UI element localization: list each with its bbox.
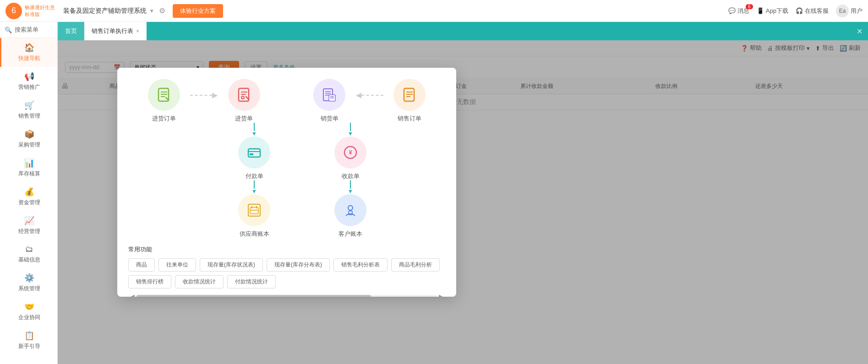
flow-item-sales-order: 销售订单 [383, 79, 436, 123]
popup-overlay: 进货订单 ▶ [58, 40, 868, 364]
flow-circle-payment [238, 136, 270, 168]
logo-area: 6 畅康通好生意 标准版 [5, 3, 63, 19]
flow-label-receipt: 收款单 [342, 172, 360, 180]
v-arrow-payment: ▼ [224, 180, 284, 194]
message-badge: 6 [746, 4, 753, 9]
func-btn-product-gross[interactable]: 商品毛利分析 [391, 258, 440, 272]
flow-label-customer: 客户账本 [338, 230, 362, 238]
sidebar: 🔍 搜索菜单 🏠 快捷导航 📢 营销推广 🛒 销售管理 📦 采购管理 📊 [0, 22, 58, 364]
search-icon: 🔍 [5, 27, 12, 33]
sidebar-item-inventory[interactable]: 📊 库存核算 [0, 153, 57, 182]
logo-icon: 6 [5, 3, 22, 19]
flow-label-payment: 付款单 [246, 172, 263, 180]
sidebar-item-purchase[interactable]: 📦 采购管理 [0, 125, 57, 153]
marketing-icon: 📢 [24, 71, 34, 81]
sidebar-item-operation[interactable]: 📈 经营管理 [0, 211, 57, 240]
sidebar-item-cooperation[interactable]: 🤝 企业协同 [0, 297, 57, 326]
tab-home[interactable]: 首页 [58, 22, 84, 40]
avatar: Ea [836, 5, 849, 17]
tab-close-icon[interactable]: × [136, 28, 139, 34]
svg-rect-21 [250, 153, 253, 155]
sidebar-item-sales[interactable]: 🛒 销售管理 [0, 96, 57, 125]
sidebar-item-system[interactable]: ⚙️ 系统管理 [0, 268, 57, 297]
svg-text:¥: ¥ [349, 149, 352, 156]
func-btn-sales-gross[interactable]: 销售毛利分析表 [333, 258, 388, 272]
flow-circle-sales-order [393, 79, 426, 111]
flow-label-supplier: 供应商账本 [240, 230, 269, 238]
flow-label-sales-order: 销售订单 [398, 114, 421, 123]
flow-circle-receipt: ¥ [334, 136, 366, 168]
home-icon: 🏠 [24, 43, 34, 53]
popup-scrollbar-thumb [136, 295, 371, 297]
sidebar-item-finance[interactable]: 💰 资金管理 [0, 182, 57, 211]
popup-scrollbar[interactable] [136, 295, 437, 297]
common-functions: 常用功能 商品 往来单位 现存量(库存状况表) 现存量(库存分布表) 销售毛利分… [128, 245, 445, 288]
v-spacer-1 [137, 123, 197, 136]
v2-spacer-2 [284, 180, 321, 194]
message-action[interactable]: 💬 消息 6 [728, 7, 749, 15]
flow-item-payment: 付款单 [224, 136, 284, 180]
system-title: 装备及固定资产辅助管理系统 [63, 7, 147, 15]
logo-text: 畅康通好生意 标准版 [25, 4, 55, 17]
v-spacer-2 [284, 123, 321, 136]
flow-label-purchase-invoice: 进货单 [235, 114, 253, 123]
finance-icon: 💰 [24, 187, 34, 197]
sidebar-item-quick-nav[interactable]: 🏠 快捷导航 [0, 38, 57, 67]
flow-item-sales-invoice: 销货单 [303, 79, 355, 123]
svg-rect-19 [248, 149, 260, 157]
v-arrows-row: ▼ ▼ [128, 123, 445, 136]
popup-scroll-row: ◀ ▶ [128, 293, 445, 297]
func-btn-sales-rank[interactable]: 销售排行榜 [128, 275, 171, 288]
func-btn-stock-dist[interactable]: 现存量(库存分布表) [267, 258, 330, 272]
sales-icon: 🛒 [24, 100, 34, 110]
v-arrow-purchase: ▼ [224, 123, 284, 136]
flow-item-purchase-order: 进货订单 [137, 79, 190, 123]
flow-circle-supplier [238, 194, 270, 226]
flow-item-supplier: 供应商账本 [224, 194, 284, 238]
top-bar-right: 💬 消息 6 📱 App下载 🎧 在线客服 Ea 用户 [728, 5, 863, 17]
flow-arrow-2: ◀ [356, 92, 383, 110]
sidebar-item-guide[interactable]: 📋 新手引导 [0, 326, 57, 355]
tab-close-all-icon[interactable]: ✕ [857, 27, 863, 36]
online-service-action[interactable]: 🎧 在线客服 [796, 7, 829, 15]
func-btn-receipt-stats[interactable]: 收款情况统计 [175, 275, 224, 288]
title-dropdown-icon[interactable]: ▾ [150, 7, 153, 14]
flow-arrow-1: ▶ [190, 92, 218, 110]
flow-label-sales-invoice: 销货单 [321, 114, 338, 123]
system-icon: ⚙️ [24, 273, 34, 283]
tab-bar: 首页 销售订单执行表 × ✕ [58, 22, 868, 40]
scroll-right-icon[interactable]: ▶ [437, 293, 445, 297]
sidebar-item-marketing[interactable]: 📢 营销推广 [0, 67, 57, 96]
sidebar-item-base-info[interactable]: 🗂 基础信息 [0, 240, 57, 268]
v-arrow-receipt: ▼ [321, 180, 380, 194]
settings-icon[interactable]: ⚙ [159, 6, 165, 15]
v2-spacer-1 [137, 180, 197, 194]
v-arrow-sales: ▼ [321, 123, 380, 136]
trial-button[interactable]: 体验行业方案 [173, 4, 223, 18]
content-area: 首页 销售订单执行表 × ✕ ❓ 帮助 🖨 [58, 22, 868, 364]
base-info-icon: 🗂 [25, 244, 33, 254]
user-action[interactable]: Ea 用户 [836, 5, 863, 17]
func-btn-stock-status[interactable]: 现存量(库存状况表) [200, 258, 263, 272]
func-btn-customer-supplier[interactable]: 往来单位 [158, 258, 196, 272]
sidebar-search[interactable]: 🔍 搜索菜单 [0, 22, 57, 38]
main-area: 🔍 搜索菜单 🏠 快捷导航 📢 营销推广 🛒 销售管理 📦 采购管理 📊 [0, 22, 868, 364]
guide-icon: 📋 [24, 331, 34, 341]
v-spacer-c1 [197, 123, 224, 136]
func-btn-payment-stats[interactable]: 付款情况统计 [227, 275, 276, 288]
app-wrapper: 6 畅康通好生意 标准版 装备及固定资产辅助管理系统 ▾ ⚙ 体验行业方案 💬 … [0, 0, 868, 364]
func-buttons-row2: 销售排行榜 收款情况统计 付款情况统计 [128, 275, 445, 288]
purchase-icon: 📦 [24, 129, 34, 139]
flow-item-purchase-invoice: 进货单 [218, 79, 270, 123]
v2-spacer-c [197, 180, 224, 194]
scroll-left-icon[interactable]: ◀ [128, 293, 136, 297]
flow-item-receipt: ¥ 收款单 [321, 136, 380, 180]
app-download-action[interactable]: 📱 App下载 [757, 7, 788, 15]
tab-sales-order[interactable]: 销售订单执行表 × [84, 22, 147, 40]
flow-circle-customer [334, 194, 366, 226]
func-buttons: 商品 往来单位 现存量(库存状况表) 现存量(库存分布表) 销售毛利分析表 商品… [128, 258, 445, 272]
flow-row-3: 供应商账本 客户账本 [128, 194, 445, 238]
top-bar-center: 装备及固定资产辅助管理系统 ▾ ⚙ 体验行业方案 [63, 4, 728, 18]
inventory-icon: 📊 [24, 158, 34, 168]
func-btn-product[interactable]: 商品 [128, 258, 155, 272]
